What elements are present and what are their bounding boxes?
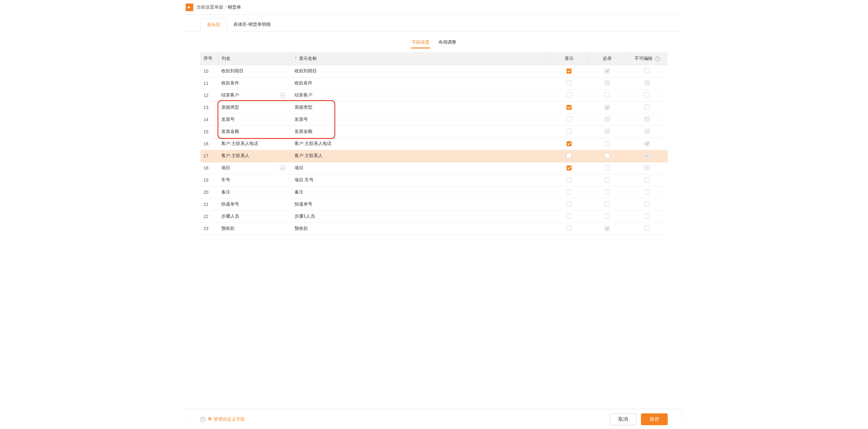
checkbox-show[interactable] [566, 226, 571, 231]
checkbox-uneditable[interactable] [645, 226, 650, 231]
sub-tab-1[interactable]: 布局调整 [438, 38, 457, 49]
must-cell [588, 223, 626, 235]
show-cell [550, 150, 588, 162]
checkbox-must [605, 68, 610, 74]
name-cell: 快递单号 [218, 198, 291, 210]
seq-cell: 19 [200, 174, 218, 186]
display-cell[interactable]: 发票金额 [291, 125, 550, 138]
checkbox-must[interactable] [605, 153, 610, 158]
col-header-display-text: 显示名称 [299, 56, 317, 61]
display-cell[interactable]: 备注 [291, 186, 550, 198]
expand-panel-button[interactable] [186, 3, 193, 11]
display-cell[interactable]: 步骤1人员 [291, 210, 550, 223]
checkbox-show[interactable] [566, 165, 571, 171]
checkbox-must[interactable] [605, 165, 610, 170]
sub-tab-0[interactable]: 字段设置 [411, 38, 430, 49]
checkbox-must[interactable] [605, 177, 610, 182]
add-sub-icon[interactable]: + [280, 92, 286, 98]
fields-table: 序号 列名 * 显示名称 显示 必录 不可编辑 ? 10 [200, 52, 668, 235]
checkbox-must[interactable] [605, 141, 610, 146]
table-row[interactable]: 19车号项目.车号 [200, 174, 668, 186]
checkbox-uneditable [645, 153, 650, 159]
checkbox-uneditable[interactable] [645, 189, 650, 194]
chevron-right-icon [187, 5, 192, 9]
col-header-show: 显示 [550, 52, 588, 65]
name-cell: 客户.主联系人电话 [218, 138, 291, 150]
col-header-uneditable: 不可编辑 ? [626, 52, 668, 65]
add-sub-icon[interactable]: + [280, 165, 286, 171]
col-header-name: 列名 [218, 52, 291, 65]
checkbox-show[interactable] [566, 117, 571, 122]
checkbox-must[interactable] [605, 189, 610, 194]
checkbox-show[interactable] [566, 105, 571, 110]
checkbox-uneditable[interactable] [645, 201, 650, 206]
table-row[interactable]: 18项目+项目 [200, 162, 668, 174]
table-row[interactable]: 21快递单号快递单号 [200, 198, 668, 210]
must-cell [588, 186, 626, 198]
table-row[interactable]: 17客户.主联系人客户.主联系人 [200, 150, 668, 162]
checkbox-show[interactable] [566, 213, 571, 219]
display-cell[interactable]: 收款条件 [291, 77, 550, 89]
name-cell: 结算客户+ [218, 89, 291, 102]
must-cell [588, 210, 626, 223]
checkbox-must[interactable] [605, 201, 610, 206]
display-cell[interactable]: 客户.主联系人电话 [291, 138, 550, 150]
checkbox-show[interactable] [566, 92, 571, 97]
tab-0[interactable]: 表头区 [200, 19, 227, 32]
checkbox-show[interactable] [566, 129, 571, 134]
table-row[interactable]: 11收款条件收款条件 [200, 77, 668, 89]
must-cell [588, 150, 626, 162]
must-cell [588, 102, 626, 113]
checkbox-show[interactable] [566, 68, 571, 74]
checkbox-uneditable [645, 117, 650, 122]
uneditable-cell [626, 223, 668, 235]
checkbox-uneditable[interactable] [645, 177, 650, 182]
checkbox-show[interactable] [566, 189, 571, 194]
seq-cell: 14 [200, 113, 218, 125]
checkbox-must [605, 80, 610, 85]
tab-1[interactable]: 表体区-销货单明细 [227, 19, 277, 32]
display-cell[interactable]: 结算客户 [291, 89, 550, 102]
display-cell[interactable]: 快递单号 [291, 198, 550, 210]
display-cell[interactable]: 发票号 [291, 113, 550, 125]
checkbox-show[interactable] [566, 177, 571, 182]
table-row[interactable]: 12结算客户+结算客户 [200, 89, 668, 102]
must-cell [588, 77, 626, 89]
table-row[interactable]: 20备注备注 [200, 186, 668, 198]
show-cell [550, 102, 588, 113]
must-cell [588, 89, 626, 102]
table-row[interactable]: 22步骤人员步骤1人员 [200, 210, 668, 223]
table-row[interactable]: 16客户.主联系人电话客户.主联系人电话 [200, 138, 668, 150]
display-cell[interactable]: 项目.车号 [291, 174, 550, 186]
uneditable-cell [626, 77, 668, 89]
checkbox-show[interactable] [566, 141, 571, 146]
checkbox-uneditable[interactable] [645, 92, 650, 97]
checkbox-show[interactable] [566, 201, 571, 206]
table-row[interactable]: 14发票号发票号 [200, 113, 668, 125]
display-cell[interactable]: 项目 [291, 162, 550, 174]
seq-cell: 22 [200, 210, 218, 223]
display-cell[interactable]: 客户.主联系人 [291, 150, 550, 162]
checkbox-uneditable[interactable] [645, 213, 650, 219]
required-mark: * [295, 56, 297, 61]
checkbox-show[interactable] [566, 80, 571, 85]
checkbox-uneditable [645, 80, 650, 85]
show-cell [550, 89, 588, 102]
checkbox-show[interactable] [566, 153, 571, 158]
checkbox-uneditable[interactable] [645, 68, 650, 73]
checkbox-must[interactable] [605, 92, 610, 97]
checkbox-must[interactable] [605, 213, 610, 219]
seq-cell: 13 [200, 102, 218, 113]
display-cell[interactable]: 预收款 [291, 223, 550, 235]
header-label: 当前设置单据： [196, 4, 228, 10]
help-icon[interactable]: ? [655, 56, 660, 61]
checkbox-uneditable [645, 141, 650, 146]
table-row[interactable]: 23预收款预收款 [200, 223, 668, 235]
table-row[interactable]: 13票据类型票据类型 [200, 102, 668, 113]
table-row[interactable]: 10收款到期日收款到期日 [200, 65, 668, 77]
seq-cell: 11 [200, 77, 218, 89]
checkbox-uneditable[interactable] [645, 105, 650, 110]
display-cell[interactable]: 收款到期日 [291, 65, 550, 77]
table-row[interactable]: 15发票金额发票金额 [200, 125, 668, 138]
display-cell[interactable]: 票据类型 [291, 102, 550, 113]
